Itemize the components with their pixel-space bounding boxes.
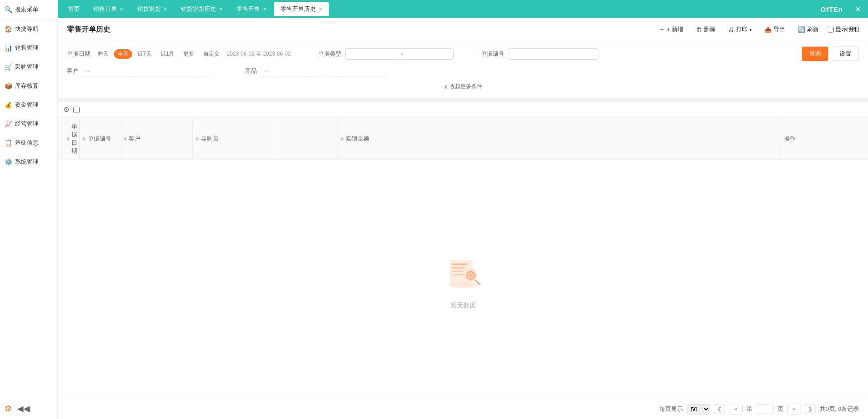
home-icon: 🏠 [5,25,12,33]
refresh-label: 刷新 [807,25,819,33]
total-records: 共0页, 0条记录 [820,405,859,413]
delete-icon: 🗑 [696,26,702,33]
sort-icon-date[interactable]: ⇅ [66,137,70,141]
tab-retail-open-close[interactable]: ✕ [263,6,267,12]
toolbar: ＋ + 新增 🗑 删除 🖨 打印 ▾ 📤 导出 🔄 [655,24,859,35]
sidebar-item-label: 快捷导航 [15,25,38,33]
sidebar-item-inventory[interactable]: 📦 库存核算 [0,76,57,95]
add-button[interactable]: ＋ + 新增 [655,24,687,35]
pagination: 每页显示 50 100 200 ⟪ ＜ 第 1 页 ＞ ⟫ 共0页, 0条记录 [58,399,868,419]
last-page-button[interactable]: ⟫ [805,405,816,414]
sort-icon-salesperson[interactable]: ⇅ [195,137,199,141]
add-label: + 新增 [667,25,683,33]
display-detail-input[interactable] [828,27,834,33]
filter-date: 单据日期 昨天 今天 近7天 近1月 更多 自定义 2023-06-02 至 2… [67,49,291,59]
tab-sales-return-close[interactable]: ✕ [163,6,167,12]
th-amount: ⇅ 实销金额 [337,118,781,160]
svg-rect-4 [452,271,463,272]
date-btn-custom[interactable]: 自定义 [199,49,223,59]
th-salesperson: ⇅ 导购员 [193,118,274,160]
print-button[interactable]: 🖨 打印 ▾ [725,24,755,35]
date-btn-7days[interactable]: 近7天 [134,49,155,59]
query-button[interactable]: 查询 [802,47,828,61]
print-dropdown-icon: ▾ [749,27,752,32]
tab-retail-open-label: 零售开单 [237,5,260,13]
tab-sales-return[interactable]: 销货退货 ✕ [131,2,174,16]
collapse-sidebar-icon[interactable]: ◀◀ [17,404,30,414]
filter-number: 单据编号 [481,48,598,60]
next-page-button[interactable]: ＞ [787,404,801,414]
sidebar-item-finance[interactable]: 💰 资金管理 [0,95,57,114]
export-icon: 📤 [764,26,772,33]
operations-icon: 📈 [5,120,12,127]
sidebar-bottom: ⚙ ◀◀ [0,398,57,419]
page-number-input[interactable]: 1 [756,405,774,414]
th-action: 操作 [781,118,826,160]
sidebar-item-label: 销售管理 [15,44,38,52]
sidebar-item-sales-mgmt[interactable]: 📊 销售管理 [0,38,57,57]
display-detail-checkbox[interactable]: 显示明细 [828,25,859,33]
empty-state: 暂无数据 [58,160,868,399]
customer-input[interactable] [82,66,209,76]
settings-button[interactable]: 设置 [832,47,859,61]
tab-sales-order[interactable]: 销售订单 ✕ [87,2,130,16]
sidebar-item-system-mgmt[interactable]: ⚙️ 系统管理 [0,152,57,171]
brand-label: OfTEn [816,5,848,13]
prev-page-button[interactable]: ＜ [729,404,743,414]
date-btn-1month[interactable]: 近1月 [157,49,178,59]
export-label: 导出 [773,25,785,33]
tab-home[interactable]: 首页 [62,2,86,16]
page-label: 第 [746,405,752,413]
sidebar-item-base-info[interactable]: 📋 基础信息 [0,133,57,152]
per-page-select[interactable]: 50 100 200 [687,404,710,414]
sidebar-item-label: 基础信息 [15,139,38,147]
filter-row-2: 客户 商品 [67,66,859,76]
sort-icon-customer[interactable]: ⇅ [123,137,127,141]
tab-retail-open-history-close[interactable]: ✕ [318,6,323,12]
sidebar-item-operations[interactable]: 📈 经营管理 [0,114,57,133]
date-btn-yesterday[interactable]: 昨天 [94,49,112,59]
tab-retail-open-history-label: 零售开单历史 [280,5,316,13]
table-settings-icon[interactable]: ⚙ [63,105,70,114]
tab-sales-return-history[interactable]: 销货退货历史 ✕ [175,2,229,16]
export-button[interactable]: 📤 导出 [761,24,789,35]
sort-icon-number[interactable]: ⇅ [82,137,86,141]
filter-type: 单据类型 ▾ [318,48,454,60]
cart-icon: 🛒 [5,63,12,71]
collapse-label: 收起更多条件 [450,83,482,90]
collapse-button[interactable]: ∧ 收起更多条件 [438,81,488,92]
date-btn-today[interactable]: 今天 [114,49,132,59]
sidebar-item-quick-nav[interactable]: 🏠 快捷导航 [0,19,57,38]
delete-button[interactable]: 🗑 删除 [693,24,719,35]
page-label-2: 页 [778,405,783,413]
customer-filter-label: 客户 [67,67,79,75]
search-icon: 🔍 [5,6,12,13]
type-filter-label: 单据类型 [318,50,342,58]
filter-area: 单据日期 昨天 今天 近7天 近1月 更多 自定义 2023-06-02 至 2… [58,41,868,98]
sidebar-item-label: 资金管理 [15,101,38,109]
tab-sales-order-label: 销售订单 [93,5,117,13]
top-nav-right: OfTEn ✕ [816,5,864,14]
first-page-button[interactable]: ⟪ [714,405,725,414]
number-input[interactable] [508,48,598,60]
type-select[interactable]: ▾ [345,48,454,60]
tab-sales-return-history-close[interactable]: ✕ [219,6,223,12]
window-close-button[interactable]: ✕ [851,5,864,14]
date-filter-label: 单据日期 [67,50,90,58]
select-all-checkbox[interactable] [73,107,80,113]
gear-icon: ⚙️ [5,158,12,165]
tab-retail-open[interactable]: 零售开单 ✕ [230,2,273,16]
sort-icon-amount[interactable]: ⇅ [340,137,344,141]
refresh-button[interactable]: 🔄 刷新 [794,24,822,35]
tab-sales-order-close[interactable]: ✕ [119,6,123,12]
filter-row-1: 单据日期 昨天 今天 近7天 近1月 更多 自定义 2023-06-02 至 2… [67,47,859,61]
delete-label: 删除 [704,25,716,33]
sidebar-search[interactable]: 🔍 搜索采单 [0,0,57,19]
date-btn-more[interactable]: 更多 [180,49,198,59]
settings-icon[interactable]: ⚙ [5,404,12,414]
sidebar-item-purchase-mgmt[interactable]: 🛒 采购管理 [0,57,57,76]
tab-sales-return-label: 销货退货 [137,5,161,13]
goods-input[interactable] [261,66,387,76]
tab-retail-open-history[interactable]: 零售开单历史 ✕ [274,2,329,16]
date-buttons: 昨天 今天 近7天 近1月 更多 自定义 [94,49,223,59]
